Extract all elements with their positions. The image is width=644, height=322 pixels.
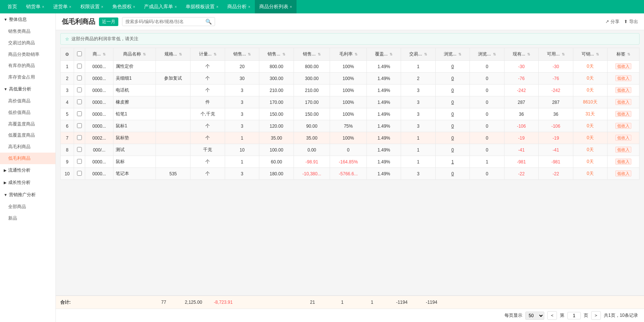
- sidebar-group-marketing[interactable]: ▼ 营销推广分析: [0, 189, 55, 201]
- close-icon[interactable]: ×: [69, 5, 71, 9]
- row-checkbox-cell[interactable]: [74, 132, 85, 144]
- sidebar-item-stock-goods[interactable]: 有库存的商品: [0, 60, 55, 71]
- row-checkbox-cell[interactable]: [74, 108, 85, 120]
- row-name: 橡皮擦: [113, 96, 156, 108]
- nav-role-auth[interactable]: 角色授权 ×: [108, 0, 140, 13]
- row-view1[interactable]: 0: [435, 144, 470, 156]
- nav-home[interactable]: 首页: [3, 0, 22, 13]
- row-checkbox-cell[interactable]: [74, 120, 85, 132]
- sales-price-column-header[interactable]: 销售... ⇅: [259, 48, 294, 61]
- unit-column-header[interactable]: 计量... ⇅: [190, 48, 225, 61]
- sidebar-item-sales-goods[interactable]: 销售类商品: [0, 26, 55, 37]
- row-checkbox[interactable]: [77, 147, 82, 152]
- row-view1[interactable]: 0: [435, 61, 470, 73]
- nav-template-settings[interactable]: 单据模板设置 ×: [181, 0, 223, 13]
- row-view1[interactable]: 0: [435, 85, 470, 96]
- row-checkbox[interactable]: [77, 76, 82, 80]
- row-view1[interactable]: 0: [435, 132, 470, 144]
- row-checkbox-cell[interactable]: [74, 61, 85, 73]
- settings-column-header[interactable]: ⚙: [61, 48, 74, 61]
- row-checkbox[interactable]: [77, 171, 82, 176]
- row-view1[interactable]: 0: [435, 120, 470, 132]
- table-container[interactable]: ⚙ 商... ⇅ 商品名称 ⇅ 规格... ⇅ 计量... ⇅ 销售... ⇅ …: [56, 48, 644, 295]
- row-coverage: 1.49%: [367, 73, 401, 85]
- close-icon[interactable]: ×: [133, 5, 135, 9]
- row-view1[interactable]: 0: [435, 73, 470, 85]
- row-sales-price: 170.00: [259, 96, 294, 108]
- close-icon[interactable]: ×: [216, 5, 218, 9]
- row-view1[interactable]: 0: [435, 168, 470, 180]
- row-checkbox[interactable]: [77, 87, 82, 92]
- name-column-header[interactable]: 商品名称 ⇅: [113, 48, 156, 61]
- sales-amount-column-header[interactable]: 销售... ⇅: [294, 48, 330, 61]
- sidebar-item-high-margin[interactable]: 高毛利商品: [0, 141, 55, 153]
- row-checkbox-cell[interactable]: [74, 96, 85, 108]
- sidebar-item-low-coverage[interactable]: 低覆盖度商品: [0, 130, 55, 141]
- nav-permissions[interactable]: 权限设置 ×: [76, 0, 108, 13]
- prev-page-button[interactable]: ＜: [547, 311, 557, 320]
- row-checkbox-cell[interactable]: [74, 85, 85, 96]
- trade-count-column-header[interactable]: 交易... ⇅: [401, 48, 435, 61]
- row-checkbox-cell[interactable]: [74, 73, 85, 85]
- sidebar-item-low-margin[interactable]: 低毛利商品: [0, 153, 55, 164]
- gross-margin-column-header[interactable]: 毛利率 ⇅: [330, 48, 367, 61]
- sidebar-item-all-goods[interactable]: 全部商品: [0, 201, 55, 213]
- select-all-checkbox[interactable]: [77, 51, 82, 56]
- export-button[interactable]: ⬆ 导出: [624, 19, 638, 25]
- sidebar-item-category-rate[interactable]: 商品分类助销率: [0, 49, 55, 60]
- close-icon[interactable]: ×: [101, 5, 103, 9]
- sidebar-item-low-value[interactable]: 低价值商品: [0, 107, 55, 118]
- notice-icon: ☆: [65, 36, 69, 42]
- search-icon[interactable]: 🔍: [205, 19, 212, 25]
- nav-product-analysis[interactable]: 商品分析 ×: [223, 0, 255, 13]
- tag-column-header[interactable]: 标签 ⇅: [608, 48, 640, 61]
- nav-sales-order[interactable]: 销货单 ×: [22, 0, 49, 13]
- available-stock-column-header[interactable]: 可用... ⇅: [539, 48, 573, 61]
- view1-column-header[interactable]: 浏览... ⇅: [435, 48, 470, 61]
- sidebar-group-overall[interactable]: ▼ 整体信息: [0, 13, 55, 26]
- sidebar-item-high-value[interactable]: 高价值商品: [0, 95, 55, 107]
- next-page-button[interactable]: ＞: [591, 311, 601, 320]
- date-filter-button[interactable]: 近一月: [99, 17, 118, 26]
- row-checkbox[interactable]: [77, 135, 82, 140]
- close-icon[interactable]: ×: [290, 5, 292, 9]
- row-view1[interactable]: 0: [435, 96, 470, 108]
- current-stock-column-header[interactable]: 现有... ⇅: [504, 48, 538, 61]
- sidebar-group-circulation[interactable]: ▶ 流通性分析: [0, 164, 55, 176]
- row-view1[interactable]: 1: [435, 156, 470, 168]
- row-checkbox-cell[interactable]: [74, 168, 85, 180]
- row-checkbox[interactable]: [77, 64, 82, 68]
- nav-product-entry[interactable]: 产成品入库单 ×: [140, 0, 181, 13]
- sidebar-item-high-coverage[interactable]: 高覆盖度商品: [0, 118, 55, 130]
- row-checkbox[interactable]: [77, 111, 82, 116]
- nav-purchase-order[interactable]: 进货单 ×: [49, 0, 76, 13]
- row-checkbox-cell[interactable]: [74, 144, 85, 156]
- page-number-input[interactable]: [567, 312, 581, 319]
- code-column-header[interactable]: 商... ⇅: [85, 48, 113, 61]
- share-button[interactable]: ↗ 分享: [605, 19, 619, 25]
- close-icon[interactable]: ×: [248, 5, 250, 9]
- page-size-select[interactable]: 50 100 200: [525, 312, 544, 320]
- close-icon[interactable]: ×: [42, 5, 44, 9]
- row-checkbox[interactable]: [77, 99, 82, 104]
- row-checkbox-cell[interactable]: [74, 156, 85, 168]
- spec-column-header[interactable]: 规格... ⇅: [156, 48, 190, 61]
- row-checkbox[interactable]: [77, 123, 82, 128]
- sidebar-item-capital[interactable]: 库存资金占用: [0, 71, 55, 83]
- search-input[interactable]: [125, 19, 205, 24]
- sidebar-group-high-low[interactable]: ▼ 高低量分析: [0, 83, 55, 95]
- sidebar-group-growth[interactable]: ▶ 成长性分析: [0, 176, 55, 189]
- header-actions: ↗ 分享 ⬆ 导出: [605, 19, 638, 25]
- row-gross-margin: 100%: [330, 108, 367, 120]
- coverage-column-header[interactable]: 覆盖... ⇅: [367, 48, 401, 61]
- nav-product-analysis-list[interactable]: 商品分析列表 ×: [255, 0, 297, 13]
- row-checkbox[interactable]: [77, 159, 82, 164]
- sales-qty-column-header[interactable]: 销售... ⇅: [225, 48, 259, 61]
- view2-column-header[interactable]: 浏览... ⇅: [470, 48, 504, 61]
- sidebar-item-new-goods[interactable]: 新品: [0, 213, 55, 224]
- sellable-days-column-header[interactable]: 可销... ⇅: [573, 48, 607, 61]
- select-all-header[interactable]: [74, 48, 85, 61]
- close-icon[interactable]: ×: [174, 5, 177, 9]
- row-view1[interactable]: 0: [435, 108, 470, 120]
- sidebar-item-traded-goods[interactable]: 交易过的商品: [0, 37, 55, 49]
